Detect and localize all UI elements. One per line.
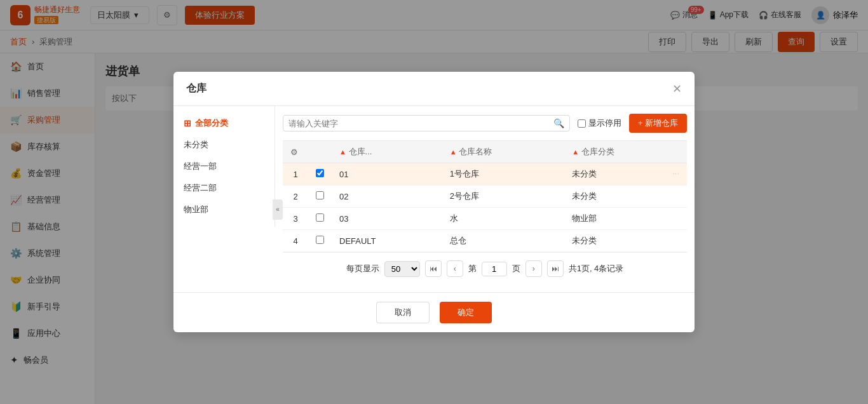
category-item-ops2[interactable]: 经营二部: [173, 177, 275, 199]
category-all[interactable]: ⊞ 全部分类: [173, 112, 275, 134]
table-header-row: ⚙ ▲ 仓库... ▲ 仓库名称: [283, 141, 687, 163]
table-panel: 🔍 显示停用 + 新增仓库 ⚙: [275, 106, 695, 292]
row-checkbox[interactable]: [308, 185, 332, 208]
search-icon[interactable]: 🔍: [553, 118, 564, 128]
row-checkbox[interactable]: [308, 230, 332, 252]
row-category: 物业部: [564, 208, 687, 230]
search-input[interactable]: [288, 119, 553, 128]
category-panel: ⊞ 全部分类 未分类 经营一部 经营二部 物业部: [173, 106, 275, 227]
search-input-wrap: 🔍: [283, 115, 570, 131]
category-item-ops1[interactable]: 经营一部: [173, 156, 275, 177]
row-category: 未分类: [564, 185, 687, 208]
modal-footer: 取消 确定: [173, 292, 695, 332]
first-page-button[interactable]: ⏮: [425, 260, 442, 277]
next-page-button[interactable]: ›: [526, 260, 542, 277]
row-name: 水: [442, 208, 565, 230]
row-no: 2: [283, 185, 308, 208]
row-code: DEFAULT: [332, 230, 442, 252]
modal-body: ⊞ 全部分类 未分类 经营一部 经营二部 物业部: [173, 106, 695, 292]
collapse-category-button[interactable]: «: [273, 199, 283, 220]
category-item-unclassified[interactable]: 未分类: [173, 134, 275, 156]
row-code: 02: [332, 185, 442, 208]
col-header-code: ▲ 仓库...: [332, 141, 442, 163]
page-input[interactable]: [482, 262, 507, 276]
row-code: 03: [332, 208, 442, 230]
row-name: 2号仓库: [442, 185, 565, 208]
row-code: 01: [332, 163, 442, 185]
row-no: 1: [283, 163, 308, 185]
category-item-property[interactable]: 物业部: [173, 199, 275, 220]
warehouse-modal: 仓库 ✕ ⊞ 全部分类 未分类 经营一部: [173, 72, 695, 332]
table-toolbar: 🔍 显示停用 + 新增仓库: [283, 114, 687, 133]
cancel-button[interactable]: 取消: [376, 302, 430, 323]
sort-icon-code: ▲: [339, 148, 346, 156]
table-row[interactable]: 3 03 水 物业部: [283, 208, 687, 230]
page-info: 共1页, 4条记录: [569, 263, 624, 274]
sort-icon-category: ▲: [572, 148, 579, 156]
last-page-button[interactable]: ⏭: [547, 260, 564, 277]
modal-header: 仓库 ✕: [173, 72, 695, 106]
row-name: 1号仓库: [442, 163, 565, 185]
add-warehouse-button[interactable]: + 新增仓库: [629, 114, 687, 133]
table-row[interactable]: 4 DEFAULT 总仓 未分类: [283, 230, 687, 252]
prev-page-button[interactable]: ‹: [447, 260, 463, 277]
confirm-button[interactable]: 确定: [440, 302, 492, 323]
category-panel-wrap: ⊞ 全部分类 未分类 经营一部 经营二部 物业部: [173, 106, 275, 292]
show-disabled-checkbox[interactable]: [578, 119, 586, 128]
pagination: 每页显示 50 100 ⏮ ‹ 第 页 › ⏭ 共1页, 4条记录: [283, 252, 687, 285]
table-row[interactable]: 1 01 1号仓库 未分类···: [283, 163, 687, 185]
show-disabled-label: 显示停用: [578, 118, 621, 129]
col-header-gear: ⚙: [283, 141, 308, 163]
row-actions-icon[interactable]: ···: [672, 168, 679, 178]
col-header-name: ▲ 仓库名称: [442, 141, 565, 163]
sort-icon-name: ▲: [450, 148, 457, 156]
modal-close-button[interactable]: ✕: [672, 83, 682, 95]
modal-overlay: 仓库 ✕ ⊞ 全部分类 未分类 经营一部: [0, 0, 868, 404]
per-page-select[interactable]: 50 100: [384, 261, 420, 277]
col-header-check: [308, 141, 332, 163]
row-category: 未分类···: [564, 163, 687, 185]
table-row[interactable]: 2 02 2号仓库 未分类: [283, 185, 687, 208]
row-checkbox[interactable]: [308, 163, 332, 185]
col-header-category: ▲ 仓库分类: [564, 141, 687, 163]
row-checkbox[interactable]: [308, 208, 332, 230]
warehouse-table-body: 1 01 1号仓库 未分类··· 2 02 2号仓库 未分类 3 03 水 物业…: [283, 163, 687, 252]
row-category: 未分类: [564, 230, 687, 252]
row-no: 3: [283, 208, 308, 230]
modal-title: 仓库: [186, 82, 207, 95]
row-name: 总仓: [442, 230, 565, 252]
row-no: 4: [283, 230, 308, 252]
grid-icon: ⊞: [184, 118, 191, 128]
table-container: ⚙ ▲ 仓库... ▲ 仓库名称: [283, 140, 687, 252]
warehouse-table: ⚙ ▲ 仓库... ▲ 仓库名称: [283, 140, 687, 252]
